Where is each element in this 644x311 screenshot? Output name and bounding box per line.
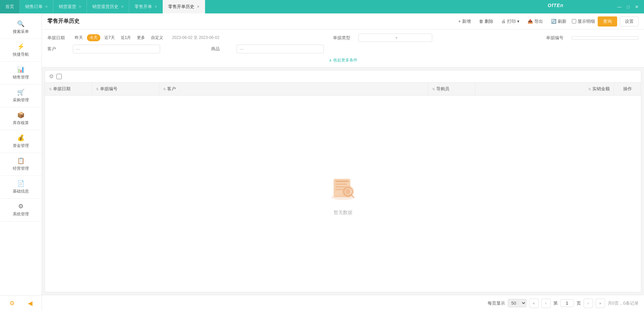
add-icon: + bbox=[458, 19, 461, 24]
refresh-icon: 🔄 bbox=[551, 19, 556, 24]
goods-input[interactable]: ··· bbox=[237, 45, 324, 53]
search-icon: 🔍 bbox=[17, 20, 24, 28]
first-page-button[interactable]: « bbox=[529, 299, 539, 308]
date-range-text: 2023-06-02 至 2023-06-02 bbox=[172, 35, 219, 41]
query-button[interactable]: 查询 bbox=[598, 16, 617, 27]
date-btn-last-month[interactable]: 近1月 bbox=[119, 34, 133, 41]
maximize-button[interactable]: □ bbox=[627, 4, 630, 9]
tab-close-sales-return[interactable]: × bbox=[79, 4, 81, 9]
sort-customer-icon[interactable]: ⇅ bbox=[163, 87, 166, 91]
date-filter-buttons: 昨天今天近7天近1月更多自定义 bbox=[73, 34, 165, 41]
sort-amount-icon[interactable]: ⇅ bbox=[588, 87, 591, 91]
sidebar-item-finance[interactable]: 💰 资金管理 bbox=[0, 130, 42, 153]
empty-illustration bbox=[326, 172, 360, 206]
sidebar-item-basic-info[interactable]: 📄 基础信息 bbox=[0, 176, 42, 199]
page-size-select[interactable]: 50 10 20 100 bbox=[508, 299, 527, 307]
doc-num-input[interactable] bbox=[572, 36, 639, 40]
date-btn-more[interactable]: 更多 bbox=[135, 34, 147, 41]
sidebar-item-search[interactable]: 🔍 搜索采单 bbox=[0, 16, 42, 39]
sort-guide-icon[interactable]: ⇅ bbox=[432, 87, 435, 91]
tab-close-retail-open-history[interactable]: × bbox=[197, 4, 199, 9]
tab-close-sales-return-history[interactable]: × bbox=[121, 4, 123, 9]
tab-retail-open[interactable]: 零售开单× bbox=[129, 0, 163, 13]
date-btn-today[interactable]: 今天 bbox=[87, 34, 100, 41]
export-button[interactable]: 📤 导出 bbox=[525, 17, 546, 26]
goods-label: 商品 bbox=[211, 46, 231, 52]
table-area: ⚙ ⇅ 单据日期 ⇅ 单据编号 ⇅ 客户 ⇅ 导购员 bbox=[45, 70, 641, 292]
purchase-icon: 🛒 bbox=[17, 89, 24, 96]
filter-row-2: 客户 ··· 商品 ··· bbox=[47, 45, 639, 53]
sidebar-label-operations: 经营管理 bbox=[13, 166, 29, 171]
settings-bottom-button[interactable]: ⚙ bbox=[9, 300, 15, 307]
date-btn-last7[interactable]: 近7天 bbox=[102, 34, 117, 41]
doc-type-select[interactable]: ▾ bbox=[358, 34, 432, 42]
svg-rect-3 bbox=[335, 184, 347, 185]
page-title: 零售开单历史 bbox=[47, 18, 80, 25]
sidebar-item-operations[interactable]: 📋 经营管理 bbox=[0, 153, 42, 176]
sidebar-label-finance: 资金管理 bbox=[13, 143, 29, 149]
tab-retail-open-history[interactable]: 零售开单历史× bbox=[163, 0, 205, 13]
total-info: 共0页，0条记录 bbox=[608, 300, 639, 306]
th-customer: ⇅ 客户 bbox=[159, 83, 428, 95]
tab-close-retail-open[interactable]: × bbox=[155, 4, 157, 9]
sidebar-item-inventory[interactable]: 📦 库存核算 bbox=[0, 107, 42, 130]
tab-sales-return-history[interactable]: 销货退货历史× bbox=[87, 0, 129, 13]
sidebar-label-basic-info: 基础信息 bbox=[13, 189, 29, 194]
th-ops: 操作 bbox=[614, 83, 641, 95]
sidebar-label-system: 系统管理 bbox=[13, 211, 29, 217]
show-detail-checkbox[interactable] bbox=[572, 19, 576, 23]
inventory-icon: 📦 bbox=[17, 111, 24, 119]
delete-icon: 🗑 bbox=[479, 19, 483, 24]
th-amount: ⇅ 实销金额 bbox=[475, 83, 614, 95]
close-button[interactable]: ✕ bbox=[635, 4, 639, 9]
page-size-label: 每页显示 bbox=[488, 300, 505, 306]
filter-row-1: 单据日期 昨天今天近7天近1月更多自定义 2023-06-02 至 2023-0… bbox=[47, 34, 639, 42]
date-btn-yesterday[interactable]: 昨天 bbox=[73, 34, 85, 41]
collapse-filter-bar[interactable]: ∧ 收起更多条件 bbox=[47, 56, 639, 64]
minimize-button[interactable]: — bbox=[617, 4, 622, 9]
doc-num-label: 单据编号 bbox=[546, 35, 566, 41]
tab-sales-order[interactable]: 销售订单× bbox=[20, 0, 53, 13]
table-settings-icon[interactable]: ⚙ bbox=[49, 73, 54, 80]
print-button[interactable]: 🖨 打印 ▾ bbox=[499, 17, 522, 26]
date-btn-custom[interactable]: 自定义 bbox=[149, 34, 165, 41]
date-filter-label: 单据日期 bbox=[47, 35, 67, 41]
sales-icon: 📊 bbox=[17, 66, 24, 73]
prev-page-button[interactable]: ‹ bbox=[541, 299, 551, 308]
customer-input[interactable]: ··· bbox=[73, 45, 160, 53]
doc-type-label: 单据类型 bbox=[333, 35, 353, 41]
header-actions: + 新增 🗑 删除 🖨 打印 ▾ 📤 导出 🔄 bbox=[455, 16, 639, 27]
next-page-button[interactable]: › bbox=[584, 299, 593, 308]
refresh-button[interactable]: 🔄 刷新 bbox=[548, 17, 569, 26]
tab-close-sales-order[interactable]: × bbox=[45, 4, 48, 9]
collapse-sidebar-button[interactable]: ◀ bbox=[28, 300, 33, 307]
print-chevron-icon: ▾ bbox=[517, 19, 519, 24]
empty-text: 暂无数据 bbox=[334, 210, 352, 216]
sort-num-icon[interactable]: ⇅ bbox=[96, 87, 99, 91]
page-number-input[interactable] bbox=[560, 299, 574, 307]
delete-button[interactable]: 🗑 删除 bbox=[476, 17, 496, 26]
setting-button[interactable]: 设置 bbox=[620, 16, 639, 27]
add-button[interactable]: + 新增 bbox=[455, 17, 474, 26]
sidebar-item-system[interactable]: ⚙ 系统管理 bbox=[0, 199, 42, 221]
main-layout: 🔍 搜索采单 ⚡ 快捷导航 📊 销售管理 🛒 采购管理 📦 库存核算 💰 资金管… bbox=[0, 13, 644, 311]
tab-sales-return[interactable]: 销货退货× bbox=[53, 0, 87, 13]
sort-date-icon[interactable]: ⇅ bbox=[49, 87, 52, 91]
export-icon: 📤 bbox=[528, 19, 533, 24]
show-detail-checkbox-label[interactable]: 显示明细 bbox=[572, 18, 595, 24]
finance-icon: 💰 bbox=[17, 134, 24, 142]
filter-area: 单据日期 昨天今天近7天近1月更多自定义 2023-06-02 至 2023-0… bbox=[42, 30, 644, 67]
svg-point-9 bbox=[346, 189, 350, 194]
sidebar-item-purchase[interactable]: 🛒 采购管理 bbox=[0, 85, 42, 107]
select-all-checkbox[interactable] bbox=[56, 74, 62, 79]
tab-home[interactable]: 首页 bbox=[0, 0, 20, 13]
collapse-chevron-icon: ∧ bbox=[329, 58, 332, 63]
sidebar-item-sales[interactable]: 📊 销售管理 bbox=[0, 62, 42, 85]
sidebar-label-purchase: 采购管理 bbox=[13, 97, 29, 103]
th-num: ⇅ 单据编号 bbox=[92, 83, 159, 95]
customer-dots: ··· bbox=[76, 46, 80, 52]
print-icon: 🖨 bbox=[501, 19, 506, 24]
last-page-button[interactable]: » bbox=[596, 299, 605, 308]
top-bar: 首页销售订单×销货退货×销货退货历史×零售开单×零售开单历史× OfTEn — … bbox=[0, 0, 644, 13]
sidebar-item-quick-nav[interactable]: ⚡ 快捷导航 bbox=[0, 39, 42, 62]
